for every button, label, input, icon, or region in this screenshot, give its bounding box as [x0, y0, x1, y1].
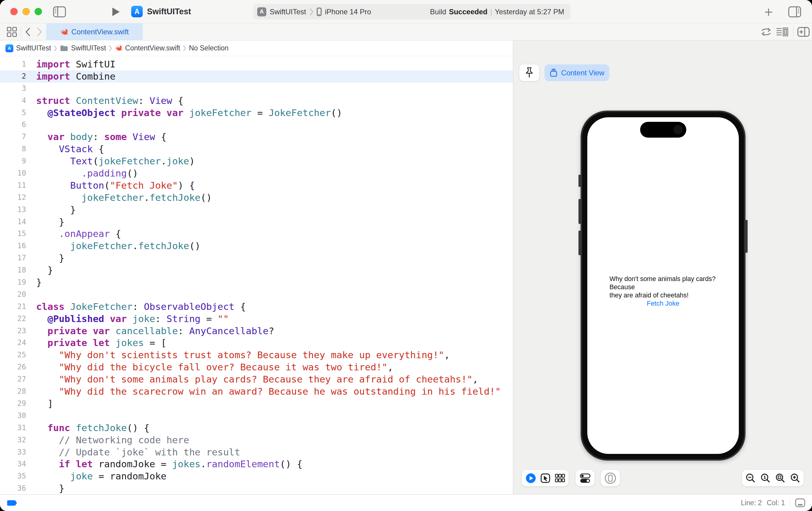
code-line[interactable]: 4struct ContentView: View { [0, 95, 513, 107]
code-line[interactable]: 15 .onAppear { [0, 228, 513, 240]
line-content[interactable]: "Why did the bicycle fall over? Because … [36, 361, 393, 373]
library-plus-icon[interactable] [764, 8, 773, 17]
scheme-selector[interactable]: A SwiftUITest iPhone 14 Pro Build Succee… [254, 4, 570, 20]
line-content[interactable]: "Why did the scarecrow win an award? Bec… [36, 386, 501, 398]
run-button[interactable] [112, 7, 120, 17]
line-content[interactable]: private let jokes = [ [36, 337, 166, 349]
line-content[interactable]: } [36, 482, 64, 494]
line-number[interactable]: 22 [0, 313, 26, 325]
line-content[interactable]: import SwiftUI [36, 58, 115, 70]
line-content[interactable]: .onAppear { [36, 228, 121, 240]
code-line[interactable]: 18 } [0, 264, 513, 277]
jumpbar-item-file[interactable]: ContentView.swift [125, 44, 180, 52]
add-editor-icon[interactable] [798, 23, 810, 40]
code-line[interactable]: 30 [0, 410, 513, 422]
preview-tab-content-view[interactable]: Content View [545, 64, 609, 81]
line-number[interactable]: 2 [0, 70, 26, 83]
code-line[interactable]: 29 ] [0, 398, 513, 410]
line-content[interactable]: } [36, 216, 64, 228]
line-number[interactable]: 10 [0, 167, 26, 179]
editor-options-icon[interactable] [776, 23, 788, 40]
code-lines[interactable]: 1import SwiftUI2import Combine34struct C… [0, 56, 513, 494]
line-number[interactable]: 14 [0, 216, 26, 228]
line-number[interactable]: 35 [0, 470, 26, 482]
line-content[interactable]: } [36, 277, 42, 289]
line-number[interactable]: 28 [0, 386, 26, 398]
code-line[interactable]: 35 joke = randomJoke [0, 470, 513, 482]
line-content[interactable]: joke = randomJoke [36, 470, 166, 482]
toggle-navigator-sidebar-icon[interactable] [53, 6, 66, 17]
line-number[interactable]: 1 [0, 58, 26, 70]
line-number[interactable]: 21 [0, 301, 26, 313]
line-number[interactable]: 18 [0, 264, 26, 277]
code-line[interactable]: 24 private let jokes = [ [0, 337, 513, 349]
line-content[interactable]: struct ContentView: View { [36, 95, 183, 107]
line-content[interactable]: private var cancellable: AnyCancellable? [36, 325, 274, 337]
line-number[interactable]: 17 [0, 252, 26, 264]
code-line[interactable]: 33 // Update `joke` with the result [0, 446, 513, 458]
code-line[interactable]: 26 "Why did the bicycle fall over? Becau… [0, 361, 513, 373]
code-line[interactable]: 17 } [0, 252, 513, 264]
line-number[interactable]: 32 [0, 434, 26, 446]
code-line[interactable]: 2import Combine [0, 70, 513, 83]
line-number[interactable]: 24 [0, 337, 26, 349]
line-number[interactable]: 26 [0, 361, 26, 373]
line-number[interactable]: 6 [0, 119, 26, 131]
code-line[interactable]: 13 } [0, 204, 513, 216]
code-line[interactable]: 10 .padding() [0, 167, 513, 179]
zoom-window-button[interactable] [35, 8, 42, 15]
line-number[interactable]: 16 [0, 240, 26, 252]
line-number[interactable]: 11 [0, 179, 26, 192]
line-number[interactable]: 13 [0, 204, 26, 216]
code-line[interactable]: 23 private var cancellable: AnyCancellab… [0, 325, 513, 337]
line-content[interactable]: Text(jokeFetcher.joke) [36, 155, 195, 167]
run-destination[interactable]: iPhone 14 Pro [325, 8, 371, 16]
project-icon[interactable]: A [5, 45, 13, 52]
jumpbar-item-group[interactable]: SwiftUITest [71, 44, 106, 52]
variants-mode-icon[interactable] [555, 474, 565, 483]
line-content[interactable]: } [36, 204, 76, 216]
code-line[interactable]: 36 } [0, 482, 513, 494]
code-line[interactable]: 16 jokeFetcher.fetchJoke() [0, 240, 513, 252]
close-window-button[interactable] [10, 8, 18, 15]
line-number[interactable]: 5 [0, 107, 26, 119]
jumpbar-item-project[interactable]: SwiftUITest [16, 44, 51, 52]
line-number[interactable]: 12 [0, 192, 26, 204]
line-number[interactable]: 36 [0, 482, 26, 494]
line-number[interactable]: 9 [0, 155, 26, 167]
code-line[interactable]: 27 "Why don't some animals play cards? B… [0, 373, 513, 386]
code-line[interactable]: 25 "Why don't scientists trust atoms? Be… [0, 349, 513, 361]
code-line[interactable]: 14 } [0, 216, 513, 228]
line-number[interactable]: 15 [0, 228, 26, 240]
line-number[interactable]: 34 [0, 458, 26, 470]
line-content[interactable]: "Why don't some animals play cards? Beca… [36, 373, 478, 386]
code-line[interactable]: 28 "Why did the scarecrow win an award? … [0, 386, 513, 398]
code-line[interactable]: 19} [0, 277, 513, 289]
line-number[interactable]: 3 [0, 83, 26, 95]
line-number[interactable]: 8 [0, 143, 26, 155]
pin-preview-button[interactable] [519, 64, 539, 81]
line-content[interactable]: } [36, 252, 64, 264]
activity-view[interactable]: Build Succeeded | Yesterday at 5:27 PM [430, 8, 564, 16]
code-line[interactable]: 8 VStack { [0, 143, 513, 155]
fetch-joke-button[interactable]: Fetch Joke [587, 300, 739, 308]
line-content[interactable]: var body: some View { [36, 131, 166, 143]
editor-only-icon[interactable] [795, 498, 805, 507]
line-number[interactable]: 20 [0, 289, 26, 301]
line-content[interactable]: "Why don't scientists trust atoms? Becau… [36, 349, 450, 361]
line-number[interactable]: 7 [0, 131, 26, 143]
line-content[interactable]: // Update `joke` with the result [36, 446, 240, 458]
line-content[interactable]: if let randomJoke = jokes.randomElement(… [36, 458, 302, 470]
code-review-icon[interactable] [761, 23, 772, 40]
line-number[interactable]: 31 [0, 422, 26, 434]
line-number[interactable]: 33 [0, 446, 26, 458]
toggle-inspector-sidebar-icon[interactable] [788, 6, 801, 17]
minimize-window-button[interactable] [23, 8, 30, 15]
line-content[interactable]: jokeFetcher.fetchJoke() [36, 192, 212, 204]
line-content[interactable]: @StateObject private var jokeFetcher = J… [36, 107, 342, 119]
line-content[interactable]: jokeFetcher.fetchJoke() [36, 240, 200, 252]
code-line[interactable]: 9 Text(jokeFetcher.joke) [0, 155, 513, 167]
code-line[interactable]: 34 if let randomJoke = jokes.randomEleme… [0, 458, 513, 470]
code-line[interactable]: 31 func fetchJoke() { [0, 422, 513, 434]
line-number[interactable]: 29 [0, 398, 26, 410]
